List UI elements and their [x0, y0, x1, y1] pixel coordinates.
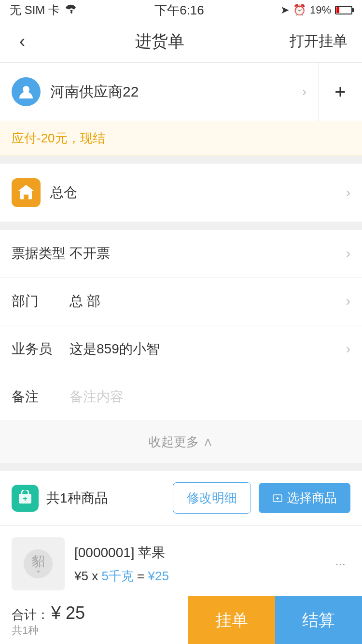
divider-1	[0, 156, 362, 164]
battery-percent: 19%	[310, 4, 331, 16]
product-count: 共1种商品	[46, 489, 165, 507]
total-label: 合计：	[12, 606, 49, 623]
department-chevron-icon: ›	[346, 294, 350, 309]
svg-point-0	[23, 86, 29, 93]
ticket-type-chevron-icon: ›	[346, 246, 350, 261]
ticket-type-value: 不开票	[70, 244, 341, 263]
product-section-icon	[12, 485, 39, 512]
supplier-selector[interactable]: 河南供应商22 ›	[0, 63, 319, 121]
add-button[interactable]: +	[319, 63, 362, 121]
supplier-chevron-icon: ›	[302, 84, 306, 99]
total-amount: ¥ 25	[51, 603, 85, 623]
svg-marker-2	[18, 185, 34, 191]
wifi-icon	[65, 3, 78, 17]
select-product-label: 选择商品	[287, 490, 337, 506]
warehouse-row[interactable]: 总仓 ›	[0, 164, 362, 222]
carrier-text: 无 SIM 卡	[10, 2, 60, 18]
hang-button[interactable]: 挂单	[188, 596, 275, 644]
status-time: 下午6:16	[154, 2, 204, 19]
edit-detail-button[interactable]: 修改明细	[173, 482, 251, 514]
warehouse-icon	[12, 178, 41, 207]
remark-value: 备注内容	[70, 388, 350, 406]
ticket-type-row[interactable]: 票据类型 不开票 ›	[0, 230, 362, 278]
alarm-icon: ⏰	[293, 4, 306, 16]
remark-label: 备注	[12, 388, 70, 406]
product-price-line: ¥5 x 5千克 = ¥25	[74, 568, 320, 585]
total-section: 合计： ¥ 25 共1种	[0, 596, 188, 644]
page-title: 进货单	[135, 30, 184, 53]
collapse-label: 收起更多 ∧	[149, 434, 213, 450]
price-base: ¥5	[74, 569, 88, 583]
warehouse-name: 总仓	[50, 183, 341, 202]
total-sub: 共1种	[12, 623, 177, 638]
product-header: 共1种商品 修改明细 选择商品	[0, 471, 362, 525]
settle-button[interactable]: 结算	[275, 596, 362, 644]
status-bar: 无 SIM 卡 下午6:16 ➤ ⏰ 19%	[0, 0, 362, 20]
svg-text:+: +	[36, 567, 40, 575]
svg-rect-3	[24, 195, 28, 199]
department-row[interactable]: 部门 总 部 ›	[0, 278, 362, 325]
department-label: 部门	[12, 292, 70, 310]
product-item: 貂 + [0000001] 苹果 ¥5 x 5千克 = ¥25 ···	[0, 525, 362, 602]
price-total: ¥25	[148, 569, 169, 583]
product-name: [0000001] 苹果	[74, 544, 320, 562]
main-content: 河南供应商22 › + 应付-20元，现结 总仓 › 票据类型 不开票 › 部门…	[0, 63, 362, 644]
warehouse-chevron-icon: ›	[346, 185, 350, 200]
divider-2	[0, 222, 362, 230]
nav-bar: ‹ 进货单 打开挂单	[0, 20, 362, 63]
back-button[interactable]: ‹	[14, 27, 30, 56]
salesperson-label: 业务员	[12, 340, 70, 358]
status-left: 无 SIM 卡	[10, 2, 78, 18]
select-product-button[interactable]: 选择商品	[259, 483, 350, 513]
salesperson-value: 这是859的小智	[70, 340, 341, 358]
salesperson-row[interactable]: 业务员 这是859的小智 ›	[0, 325, 362, 373]
product-info: [0000001] 苹果 ¥5 x 5千克 = ¥25	[74, 544, 320, 585]
collapse-row[interactable]: 收起更多 ∧	[0, 421, 362, 463]
ticket-type-label: 票据类型	[12, 244, 70, 263]
bottom-bar: 合计： ¥ 25 共1种 挂单 结算	[0, 596, 362, 644]
open-hang-button[interactable]: 打开挂单	[290, 31, 348, 51]
alert-row: 应付-20元，现结	[0, 121, 362, 156]
salesperson-chevron-icon: ›	[346, 341, 350, 357]
product-more-button[interactable]: ···	[330, 552, 350, 576]
product-thumbnail: 貂 +	[12, 537, 65, 590]
price-quantity: 5千克	[101, 569, 133, 583]
battery-icon	[335, 6, 352, 14]
supplier-name: 河南供应商22	[50, 82, 297, 102]
svg-text:貂: 貂	[31, 554, 45, 569]
remark-row[interactable]: 备注 备注内容	[0, 373, 362, 421]
supplier-avatar	[12, 77, 41, 106]
supplier-section: 河南供应商22 › +	[0, 63, 362, 121]
department-value: 总 部	[70, 292, 341, 310]
location-icon: ➤	[280, 4, 289, 16]
status-right: ➤ ⏰ 19%	[280, 4, 352, 16]
